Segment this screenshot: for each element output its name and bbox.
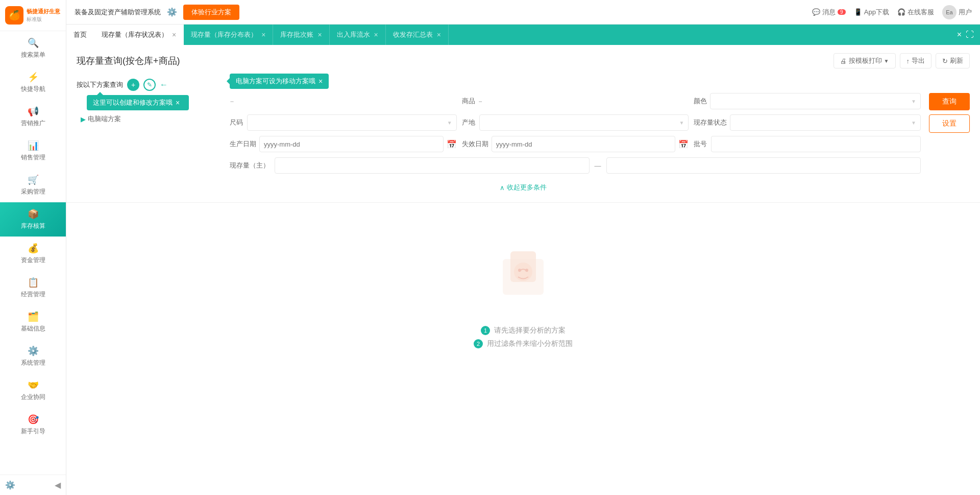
- query-btn[interactable]: 查询: [929, 93, 970, 110]
- tab-collect[interactable]: 收发存汇总表 ×: [386, 25, 449, 45]
- sidebar-item-quick[interactable]: ⚡ 快捷导航: [0, 65, 66, 100]
- scheme-edit-btn[interactable]: ✎: [143, 79, 156, 91]
- stock-main-label: 现存量（主）: [230, 161, 270, 170]
- tab-inventory-status-close[interactable]: ×: [172, 31, 176, 39]
- tab-batch-close[interactable]: ×: [317, 31, 322, 39]
- refresh-btn[interactable]: ↻ 刷新: [936, 53, 970, 68]
- page-inner: 现存量查询(按仓库+商品) 🖨 按模板打印 ▼ ↑ 导出 ↻ 刷新: [66, 45, 980, 495]
- empty-illustration: [493, 244, 554, 316]
- sidebar-item-marketing[interactable]: 📢 营销推广: [0, 100, 66, 134]
- basic-nav-icon: 🗂️: [28, 311, 39, 322]
- sidebar-item-search[interactable]: 🔍 搜索菜单: [0, 31, 66, 65]
- size-select[interactable]: ▼: [247, 114, 457, 131]
- tab-inout-close[interactable]: ×: [374, 31, 378, 39]
- goods-dots[interactable]: ···: [478, 96, 481, 107]
- collapse-icon: ∧: [500, 184, 505, 192]
- tab-batch[interactable]: 库存批次账 ×: [273, 25, 329, 45]
- refresh-icon: ↻: [942, 57, 948, 65]
- sidebar-item-enterprise[interactable]: 🤝 企业协同: [0, 373, 66, 408]
- reset-btn[interactable]: 设置: [929, 114, 970, 133]
- color-select[interactable]: ▼: [710, 93, 921, 109]
- size-filter: 尺码 ▼: [230, 114, 457, 131]
- sidebar-item-purchase[interactable]: 🛒 采购管理: [0, 168, 66, 202]
- sidebar-label-basic: 基础信息: [21, 324, 45, 333]
- tab-inventory-dist-close[interactable]: ×: [261, 31, 265, 39]
- tooltip1-close[interactable]: ×: [318, 77, 323, 85]
- print-icon: 🖨: [840, 57, 847, 65]
- origin-arrow-icon: ▼: [679, 120, 684, 126]
- tab-inout[interactable]: 出入库流水 ×: [330, 25, 386, 45]
- inventory-nav-icon: 📦: [28, 208, 39, 220]
- sidebar-bottom: ⚙️ ◀: [0, 475, 66, 495]
- settings-bottom-icon[interactable]: ⚙️: [5, 480, 15, 490]
- message-btn[interactable]: 💬 消息 9: [812, 8, 846, 17]
- sidebar-item-finance[interactable]: 💰 资金管理: [0, 237, 66, 271]
- collapse-filter-btn[interactable]: ∧ 收起更多条件: [77, 179, 970, 196]
- scheme-add-btn[interactable]: +: [127, 79, 139, 91]
- exp-date-input[interactable]: [492, 136, 676, 152]
- filter-label: 按以下方案查询: [77, 80, 123, 89]
- sidebar-item-guide[interactable]: 🎯 新手引导: [0, 408, 66, 442]
- sidebar-label-enterprise: 企业协同: [21, 393, 45, 402]
- prod-date-input[interactable]: [259, 136, 444, 152]
- export-btn[interactable]: ↑ 导出: [900, 53, 932, 68]
- prod-date-icon[interactable]: 📅: [447, 139, 457, 149]
- message-icon: 💬: [812, 8, 820, 16]
- prod-date-filter: 生产日期 📅: [230, 136, 457, 152]
- sidebar-nav: 🔍 搜索菜单 ⚡ 快捷导航 📢 营销推广 📊 销售管理 🛒 采购管理 📦 库存核…: [0, 31, 66, 475]
- search-nav-icon: 🔍: [28, 37, 39, 49]
- stock-status-filter: 现存量状态 ▼: [694, 114, 921, 131]
- sidebar-item-inventory[interactable]: 📦 库存核算: [0, 202, 66, 237]
- tab-close-all-icon[interactable]: ×: [957, 30, 962, 39]
- online-service-btn[interactable]: 🎧 在线客服: [897, 8, 934, 17]
- scheme-group-label: 电脑端方案: [88, 114, 121, 124]
- user-menu[interactable]: Ea 用户: [942, 5, 972, 19]
- sidebar-item-basic[interactable]: 🗂️ 基础信息: [0, 305, 66, 339]
- collapse-sidebar-icon[interactable]: ◀: [55, 480, 61, 490]
- scheme-group-desktop[interactable]: ▶ 电脑端方案: [81, 114, 230, 124]
- tab-inventory-status-label: 现存量（库存状况表）: [102, 30, 168, 39]
- tooltip2-text: 这里可以创建和修改方案哦: [93, 98, 173, 107]
- settings-icon[interactable]: ⚙️: [167, 7, 177, 17]
- sidebar: 🍊 畅捷通好生意 标准版 🔍 搜索菜单 ⚡ 快捷导航 📢 营销推广 📊 销售管理…: [0, 0, 66, 495]
- origin-select[interactable]: ▼: [479, 114, 689, 131]
- size-label: 尺码: [230, 118, 244, 127]
- sidebar-label-marketing: 营销推广: [21, 119, 45, 128]
- brand-name: 畅捷通好生意: [27, 8, 60, 15]
- sidebar-label-guide: 新手引导: [21, 427, 45, 436]
- enterprise-nav-icon: 🤝: [28, 380, 39, 391]
- sales-nav-icon: 📊: [28, 140, 39, 151]
- user-avatar: Ea: [942, 5, 957, 19]
- step2-num: 2: [474, 339, 483, 348]
- print-btn[interactable]: 🖨 按模板打印 ▼: [834, 53, 896, 68]
- trial-btn[interactable]: 体验行业方案: [183, 5, 239, 20]
- batch-no-input[interactable]: [711, 136, 921, 152]
- tab-home[interactable]: 首页: [66, 25, 94, 45]
- stock-status-select[interactable]: ▼: [730, 114, 921, 131]
- stock-main-to[interactable]: [606, 157, 921, 174]
- tab-collect-close[interactable]: ×: [437, 31, 441, 39]
- tab-inventory-dist[interactable]: 现存量（库存分布表） ×: [184, 25, 273, 45]
- warehouse-filter: ···: [230, 96, 457, 107]
- warehouse-dots[interactable]: ···: [230, 96, 233, 107]
- purchase-nav-icon: 🛒: [28, 174, 39, 185]
- tab-inventory-status[interactable]: 现存量（库存状况表） ×: [94, 25, 184, 45]
- app-download-btn[interactable]: 📱 App下载: [854, 8, 889, 17]
- scheme-left-arrow[interactable]: ←: [160, 80, 168, 89]
- tooltip2-close[interactable]: ×: [176, 99, 180, 107]
- sidebar-item-system[interactable]: ⚙️ 系统管理: [0, 339, 66, 373]
- step1-num: 1: [481, 326, 490, 335]
- sidebar-label-quick: 快捷导航: [21, 85, 45, 93]
- sidebar-label-operation: 经营管理: [21, 290, 45, 299]
- tab-fullscreen-icon[interactable]: ⛶: [966, 30, 974, 39]
- sidebar-label-system: 系统管理: [21, 359, 45, 367]
- sidebar-item-sales[interactable]: 📊 销售管理: [0, 134, 66, 168]
- page-header: 现存量查询(按仓库+商品) 🖨 按模板打印 ▼ ↑ 导出 ↻ 刷新: [66, 45, 980, 73]
- exp-date-icon[interactable]: 📅: [678, 139, 689, 149]
- sidebar-item-operation[interactable]: 📋 经营管理: [0, 271, 66, 305]
- export-icon: ↑: [906, 57, 910, 65]
- tab-batch-label: 库存批次账: [280, 30, 313, 39]
- stock-main-from[interactable]: [275, 157, 590, 174]
- page-actions: 🖨 按模板打印 ▼ ↑ 导出 ↻ 刷新: [834, 53, 970, 68]
- prod-date-label: 生产日期: [230, 139, 256, 149]
